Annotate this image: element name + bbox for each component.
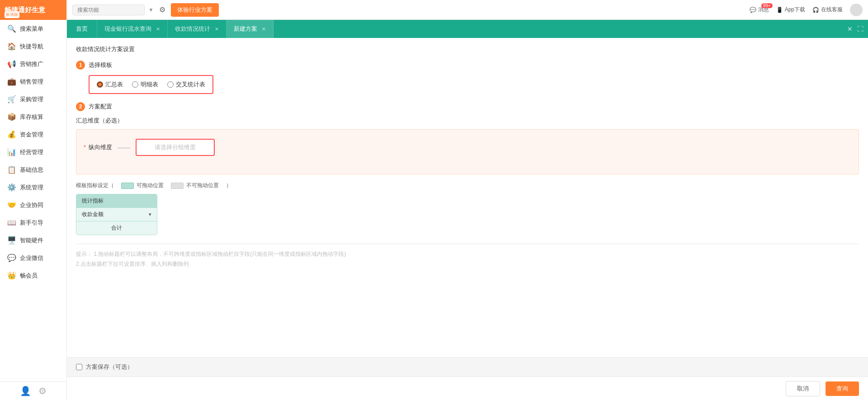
tabbar-right-controls: ✕ ⛶ xyxy=(847,25,868,33)
sidebar-item-search[interactable]: 🔍 搜索菜单 xyxy=(0,20,66,38)
tab-label: 首页 xyxy=(76,25,88,33)
cancel-button[interactable]: 取消 xyxy=(786,381,820,396)
sidebar-item-wechat[interactable]: 💬 企业微信 xyxy=(0,249,66,267)
tab-close-icon[interactable]: ✕ xyxy=(156,26,160,32)
tab-new-plan[interactable]: 新建方案 ✕ xyxy=(226,20,274,38)
management-icon: 📊 xyxy=(7,148,16,156)
trial-button[interactable]: 体验行业方案 xyxy=(171,3,219,17)
metrics-amount-row[interactable]: 收款金额 ▾ xyxy=(76,207,157,221)
sidebar-item-label: 企业微信 xyxy=(20,254,43,262)
metrics-dropdown-icon[interactable]: ▾ xyxy=(149,212,151,217)
sidebar-bottom: 👤 ⚙ xyxy=(0,381,66,400)
sales-icon: 💼 xyxy=(7,77,16,86)
tabbar: 首页 现金银行流水查询 ✕ 收款情况统计 ✕ 新建方案 ✕ ✕ ⛶ xyxy=(67,20,868,38)
dimension-required-mark: * 纵向维度 xyxy=(84,143,112,151)
tab-receipts[interactable]: 收款情况统计 ✕ xyxy=(168,20,226,38)
step2-number: 2 xyxy=(76,102,85,111)
user-avatar[interactable] xyxy=(850,4,863,16)
purchase-icon: 🛒 xyxy=(7,95,16,104)
radio-summary-input[interactable] xyxy=(97,81,103,88)
radio-summary-label: 汇总表 xyxy=(105,80,123,89)
save-checkbox[interactable] xyxy=(76,364,82,370)
main-area: ▼ ⚙ 体验行业方案 💬 消息 99+ 📱 App下载 🎧 在线客服 首页 xyxy=(67,0,868,400)
tab-cash-bank[interactable]: 现金银行流水查询 ✕ xyxy=(97,20,168,38)
notification-item[interactable]: 💬 消息 99+ xyxy=(750,6,769,14)
sidebar-item-system[interactable]: ⚙️ 系统管理 xyxy=(0,179,66,196)
metrics-header: 统计指标 xyxy=(76,194,157,207)
dimension-select-box[interactable]: 请选择分组维度 xyxy=(136,139,215,156)
radio-cross[interactable]: 交叉统计表 xyxy=(167,80,205,89)
content-area: 收款情况统计方案设置 1 选择模板 汇总表 明细表 xyxy=(67,38,868,376)
radio-detail-label: 明细表 xyxy=(141,80,158,89)
marketing-icon: 📢 xyxy=(7,60,16,68)
gear-icon[interactable]: ⚙ xyxy=(159,5,165,14)
collaboration-icon: 🤝 xyxy=(7,201,16,209)
finance-icon: 💰 xyxy=(7,130,16,139)
sidebar-settings-icon[interactable]: ⚙ xyxy=(38,386,47,396)
page-title: 收款情况统计方案设置 xyxy=(76,45,859,53)
save-label: 方案保存（可选） xyxy=(86,363,133,371)
sidebar-logo-badge: 标准版 xyxy=(5,11,19,18)
sidebar-item-basic-info[interactable]: 📋 基础信息 xyxy=(0,161,66,179)
step1-section: 1 选择模板 汇总表 明细表 xyxy=(76,61,859,94)
hint-text-1: 提示： 1.拖动标题栏可以调整布局，不可跨维度或指标区域拖动栏目字段(只能在同一… xyxy=(76,249,859,259)
metrics-settings-label: 模板指标设定（ xyxy=(76,182,114,189)
metrics-table: 统计指标 收款金额 ▾ 合计 xyxy=(76,194,157,235)
notification-badge: 99+ xyxy=(761,3,773,8)
download-item[interactable]: 📱 App下载 xyxy=(776,6,805,14)
guide-icon: 📖 xyxy=(7,218,16,227)
tab-close-all-icon[interactable]: ✕ xyxy=(847,25,853,33)
sidebar-item-label: 经营管理 xyxy=(20,148,43,156)
sidebar-item-label: 采购管理 xyxy=(20,95,43,104)
tab-label: 现金银行流水查询 xyxy=(104,25,151,33)
tab-maximize-icon[interactable]: ⛶ xyxy=(857,25,863,33)
service-item[interactable]: 🎧 在线客服 xyxy=(812,6,843,14)
sidebar-item-home[interactable]: 🏠 快捷导航 xyxy=(0,38,66,55)
metrics-total-row: 合计 xyxy=(76,221,157,235)
tab-close-icon[interactable]: ✕ xyxy=(262,26,266,32)
save-section: 方案保存（可选） xyxy=(67,357,868,376)
sidebar-item-member[interactable]: 👑 畅会员 xyxy=(0,267,66,284)
template-radio-group: 汇总表 明细表 交叉统计表 xyxy=(97,80,205,89)
dropdown-arrow-icon[interactable]: ▼ xyxy=(148,7,154,13)
sidebar-item-guide[interactable]: 📖 新手引导 xyxy=(0,214,66,231)
sidebar-item-label: 基础信息 xyxy=(20,166,43,174)
bottom-bar: 取消 查询 xyxy=(67,376,868,400)
sidebar-item-inventory[interactable]: 📦 库存核算 xyxy=(0,108,66,126)
dimension-title: 汇总维度（必选） xyxy=(76,117,859,125)
search-icon: 🔍 xyxy=(7,24,16,33)
sidebar-item-sales[interactable]: 💼 销售管理 xyxy=(0,73,66,90)
sidebar-item-marketing[interactable]: 📢 营销推广 xyxy=(0,55,66,73)
sidebar-item-label: 快捷导航 xyxy=(20,42,43,51)
sidebar-user-icon[interactable]: 👤 xyxy=(20,386,31,396)
config-section: 汇总维度（必选） * 纵向维度 —— 请选择分组维度 xyxy=(76,117,859,269)
not-draggable-legend-item: 不可拖动位置 xyxy=(171,182,219,189)
sidebar-item-label: 资金管理 xyxy=(20,131,43,139)
hint-text-2: 2.点击标题栏下拉可设置排序、插入列和删除列 xyxy=(76,259,859,269)
sidebar-item-label: 营销推广 xyxy=(20,60,43,68)
radio-detail[interactable]: 明细表 xyxy=(132,80,158,89)
vertical-dim-label: 纵向维度 xyxy=(89,144,112,151)
download-label: App下载 xyxy=(785,6,805,14)
radio-detail-input[interactable] xyxy=(132,81,138,88)
hint-section: 提示： 1.拖动标题栏可以调整布局，不可跨维度或指标区域拖动栏目字段(只能在同一… xyxy=(76,244,859,269)
tab-home[interactable]: 首页 xyxy=(67,20,97,38)
metrics-total-label: 合计 xyxy=(111,225,122,231)
sidebar-item-management[interactable]: 📊 经营管理 xyxy=(0,143,66,161)
sidebar-item-label: 新手引导 xyxy=(20,219,43,227)
sidebar-item-hardware[interactable]: 🖥️ 智能硬件 xyxy=(0,231,66,249)
sidebar-item-purchase[interactable]: 🛒 采购管理 xyxy=(0,90,66,108)
metrics-item-label: 收款金额 xyxy=(82,211,104,218)
service-label: 在线客服 xyxy=(821,6,843,14)
sidebar-item-label: 系统管理 xyxy=(20,184,43,192)
sidebar-item-finance[interactable]: 💰 资金管理 xyxy=(0,126,66,143)
member-icon: 👑 xyxy=(7,271,16,280)
radio-summary[interactable]: 汇总表 xyxy=(97,80,123,89)
tab-close-icon[interactable]: ✕ xyxy=(215,26,219,32)
radio-cross-input[interactable] xyxy=(167,81,174,88)
sidebar: 畅捷通好生意 标准版 🔍 搜索菜单 🏠 快捷导航 📢 营销推广 💼 销售管理 🛒… xyxy=(0,0,67,400)
query-button[interactable]: 查询 xyxy=(826,381,859,396)
tab-label: 新建方案 xyxy=(234,25,257,33)
search-input[interactable] xyxy=(72,5,145,15)
sidebar-item-collaboration[interactable]: 🤝 企业协同 xyxy=(0,196,66,214)
